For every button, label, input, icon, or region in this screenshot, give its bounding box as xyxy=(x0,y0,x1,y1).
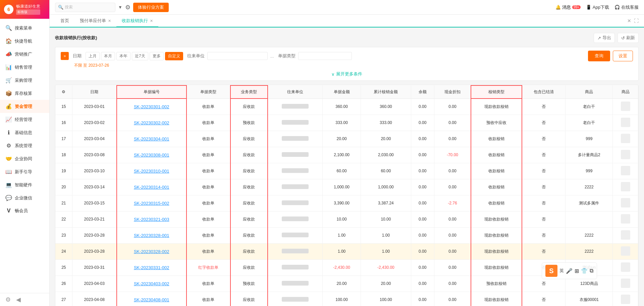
filter-custom[interactable]: 自定义 xyxy=(165,52,183,60)
row-partner xyxy=(268,292,323,306)
row-doc-no[interactable]: SK-20230315-002 xyxy=(117,195,186,211)
sidebar-item-finance[interactable]: 💰 资金管理 xyxy=(0,100,49,113)
row-include-settled: 否 xyxy=(522,115,566,131)
topbar-search-box[interactable]: 🔍 搜索 xyxy=(55,3,115,12)
sidebar-item-inventory[interactable]: 📦 库存核算 xyxy=(0,87,49,100)
filter-this-year[interactable]: 本年 xyxy=(116,52,130,60)
sidebar-item-search[interactable]: 🔍 搜索菜单 xyxy=(0,21,49,35)
filter-last-month[interactable]: 上月 xyxy=(86,52,100,60)
row-doc-no[interactable]: SK-20230301-002 xyxy=(117,99,186,115)
col-goods[interactable]: 商品 xyxy=(566,85,613,99)
row-write-off-type: 收款核销 xyxy=(471,195,522,211)
table-row[interactable]: 262023-04-03SK-20230403-002收款单预收款20.0020… xyxy=(55,276,638,292)
query-button[interactable]: 查询 xyxy=(588,51,610,61)
col-icon[interactable]: ⚙ xyxy=(55,85,72,99)
refresh-button[interactable]: ↺ 刷新 xyxy=(618,33,639,43)
col-amount[interactable]: 单据金额 xyxy=(323,85,361,99)
settings-bottom-icon[interactable]: ⚙ xyxy=(5,296,11,303)
row-doc-type: 收款单 xyxy=(186,211,230,227)
col-goods2[interactable]: 商品 xyxy=(613,85,638,99)
topbar-dropdown[interactable]: ▼ xyxy=(118,5,122,10)
table-row[interactable]: 222023-03-21SK-20230321-003收款单应收款10.0010… xyxy=(55,211,638,227)
col-partner[interactable]: 往来单位 xyxy=(268,85,323,99)
tab-writeoff[interactable]: 收款核销执行 ✕ xyxy=(116,15,158,27)
filter-settings-button[interactable]: 设置 xyxy=(613,51,633,61)
tab-home-label: 首页 xyxy=(60,18,69,24)
refresh-icon: ↺ xyxy=(621,36,625,41)
table-row[interactable]: 232023-03-28SK-20230328-001收款单应收款1.001.0… xyxy=(55,227,638,243)
table-row[interactable]: 172023-03-04SK-20230304-001收款单应收款20.0020… xyxy=(55,131,638,147)
row-include-settled: 否 xyxy=(522,243,566,259)
row-doc-no[interactable]: SK-20230310-001 xyxy=(117,163,186,179)
row-doc-no[interactable]: SK-20230408-001 xyxy=(117,292,186,306)
phone-icon: 📱 xyxy=(586,5,591,10)
sidebar-item-basic[interactable]: ℹ 基础信息 xyxy=(0,126,49,139)
row-doc-no[interactable]: SK-20230304-001 xyxy=(117,131,186,147)
sidebar-item-system[interactable]: ⚙ 系统管理 xyxy=(0,139,49,152)
sidebar-item-operations[interactable]: 📈 经营管理 xyxy=(0,113,49,126)
table-row[interactable]: 182023-03-08SK-20230308-001收款单应收款2,100.0… xyxy=(55,147,638,163)
row-amount: 2,100.00 xyxy=(323,147,361,163)
col-date[interactable]: 日期 xyxy=(72,85,117,99)
filter-expand-button[interactable]: » xyxy=(61,52,69,60)
basic-icon: ℹ xyxy=(5,129,12,136)
row-doc-no[interactable]: SK-20230331-002 xyxy=(117,259,186,276)
col-write-off-type[interactable]: 核销类型 xyxy=(471,85,522,99)
sidebar-item-sales[interactable]: 📊 销售管理 xyxy=(0,61,49,74)
collapse-icon[interactable]: ◀ xyxy=(16,296,21,303)
col-include-settled[interactable]: 包含已结清 xyxy=(522,85,566,99)
gear-button[interactable]: ⚙ xyxy=(125,4,130,11)
tab-prepay-close[interactable]: ✕ xyxy=(108,19,111,23)
row-doc-no[interactable]: SK-20230403-002 xyxy=(117,276,186,292)
industry-button[interactable]: 体验行业方案 xyxy=(133,3,169,12)
sidebar-item-marketing[interactable]: 📣 营销推广 xyxy=(0,48,49,61)
table-row[interactable]: 252023-03-31SK-20230331-002红字收款单应收款-2,43… xyxy=(55,259,638,276)
filter-doctype-select[interactable] xyxy=(298,52,352,60)
col-cash-discount[interactable]: 现金折扣 xyxy=(434,85,471,99)
sidebar-item-hardware[interactable]: 💻 智能硬件 xyxy=(0,178,49,191)
sidebar-item-vip[interactable]: V 畅会员 xyxy=(0,204,49,217)
table-row[interactable]: 202023-03-14SK-20230314-001收款单应收款1,000.0… xyxy=(55,179,638,195)
col-doc-type[interactable]: 单据类型 xyxy=(186,85,230,99)
row-doc-no[interactable]: SK-20230321-003 xyxy=(117,211,186,227)
row-doc-no[interactable]: SK-20230328-002 xyxy=(117,243,186,259)
filter-7days[interactable]: 近7天 xyxy=(132,52,148,60)
filter-partner-input[interactable] xyxy=(207,52,268,60)
row-doc-no[interactable]: SK-20230302-002 xyxy=(117,115,186,131)
table-row[interactable]: 212023-03-15SK-20230315-002收款单应收款3,390.0… xyxy=(55,195,638,211)
row-biz-type: 应收款 xyxy=(230,179,268,195)
tab-prepay[interactable]: 预付单应付单 ✕ xyxy=(74,15,116,27)
tab-writeoff-close[interactable]: ✕ xyxy=(150,19,153,23)
table-row[interactable]: 152023-03-01SK-20230301-002收款单应收款360.003… xyxy=(55,99,638,115)
online-support-button[interactable]: 🎧 在线客服 xyxy=(614,4,639,10)
export-button[interactable]: ↗ 导出 xyxy=(594,33,615,43)
app-download-button[interactable]: 📱 App下载 xyxy=(586,4,609,10)
row-balance: 0.00 xyxy=(411,179,434,195)
row-goods2 xyxy=(613,292,638,306)
notifications-button[interactable]: 🔔 消息 99+ xyxy=(555,4,581,10)
sidebar-item-nav[interactable]: 🏠 快捷导航 xyxy=(0,35,49,48)
row-doc-no[interactable]: SK-20230314-001 xyxy=(117,179,186,195)
col-balance[interactable]: 余额 xyxy=(411,85,434,99)
table-row[interactable]: 272023-04-08SK-20230408-001收款单应收款100.001… xyxy=(55,292,638,306)
col-doc-no[interactable]: 单据编号 xyxy=(117,85,186,99)
search-placeholder: 搜索 xyxy=(65,4,73,10)
tab-home[interactable]: 首页 xyxy=(55,15,74,27)
tab-close-all[interactable]: ✕ xyxy=(627,18,631,23)
filter-this-month[interactable]: 本月 xyxy=(101,52,115,60)
row-doc-no[interactable]: SK-20230328-001 xyxy=(117,227,186,243)
filter-more[interactable]: 更多 xyxy=(150,52,164,60)
sidebar-item-collab[interactable]: 🤝 企业协同 xyxy=(0,152,49,165)
table-row[interactable]: 162023-03-02SK-20230302-002收款单预收款333.003… xyxy=(55,115,638,131)
row-doc-type: 收款单 xyxy=(186,179,230,195)
sidebar-item-purchase[interactable]: 🛒 采购管理 xyxy=(0,74,49,87)
sidebar-item-guide[interactable]: 📖 新手引导 xyxy=(0,165,49,178)
tab-expand[interactable]: ⛶ xyxy=(634,18,639,23)
col-biz-type[interactable]: 业务类型 xyxy=(230,85,268,99)
filter-expand-more[interactable]: ∨ 展开更多条件 xyxy=(61,71,633,77)
sidebar-item-wechat[interactable]: 💬 企业微信 xyxy=(0,191,49,204)
table-row[interactable]: 242023-03-28SK-20230328-002收款单应收款1.001.0… xyxy=(55,243,638,259)
row-doc-no[interactable]: SK-20230308-001 xyxy=(117,147,186,163)
col-cumulative[interactable]: 累计核销金额 xyxy=(361,85,411,99)
table-row[interactable]: 192023-03-10SK-20230310-001收款单应收款60.0060… xyxy=(55,163,638,179)
